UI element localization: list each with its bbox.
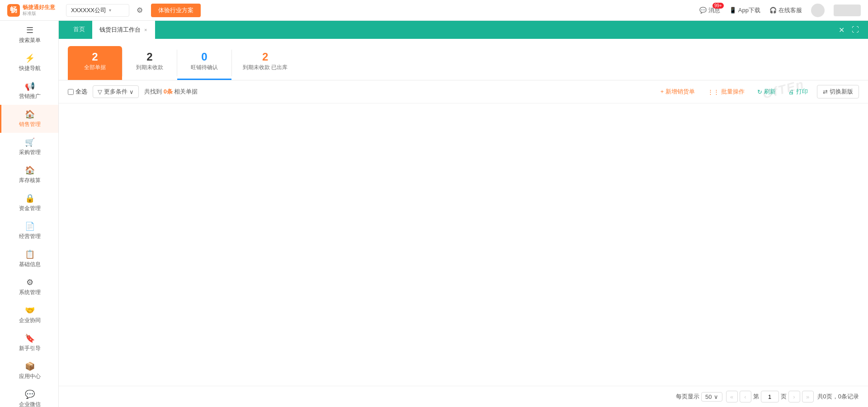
settings-icon[interactable]: ⚙ [133, 4, 146, 17]
page-size-value: 50 [705, 393, 712, 400]
sidebar-item-enterprise-wechat[interactable]: 💬 企业微信 [0, 385, 58, 407]
purchase-icon: 🛒 [25, 137, 35, 147]
stat-overdue-unpaid[interactable]: 2 到期未收款 [123, 46, 177, 80]
print-button[interactable]: 🖨 打印 [785, 86, 811, 98]
select-all-text: 全选 [75, 88, 87, 96]
main-content: 首页 钱货日清工作台 × ✕ ⛶ 2 全部单据 2 [59, 21, 868, 407]
select-all-checkbox[interactable] [68, 89, 74, 95]
tab-bar: 首页 钱货日清工作台 × ✕ ⛶ [59, 21, 868, 39]
app-body: ☰ 搜索菜单 ⚡ 快捷导航 📢 营销推广 🏠 销售管理 🛒 采购管理 🏠 库存核… [0, 21, 868, 407]
tab-home-label: 首页 [73, 25, 85, 33]
company-selector[interactable]: XXXXXX公司 ▾ [66, 4, 129, 17]
stat-overdue-unshipped[interactable]: 2 到期未收款 已出库 [232, 46, 298, 80]
sidebar-item-basic-info[interactable]: 📋 基础信息 [0, 245, 58, 273]
total-records: 共0页，0条记录 [817, 393, 859, 401]
tab-restore-icon[interactable]: ✕ [837, 24, 846, 36]
first-page-button[interactable]: « [726, 391, 738, 402]
print-text: 打印 [796, 88, 808, 96]
prev-page-button[interactable]: ‹ [740, 391, 751, 402]
enterprise-coop-icon: 🤝 [25, 305, 35, 315]
app-download-icon: 📱 [729, 7, 736, 14]
stat-overdue-unshipped-label: 到期未收款 已出库 [243, 64, 288, 75]
pagination-bar: 每页显示 50 ∨ « ‹ 第 页 › » 共0页，0条记录 [59, 386, 868, 407]
app-download-action[interactable]: 📱 App下载 [729, 6, 760, 14]
sidebar-item-finance[interactable]: 🔒 资金管理 [0, 189, 58, 217]
stat-all[interactable]: 2 全部单据 [68, 46, 122, 80]
headset-icon: 🎧 [769, 7, 777, 14]
sidebar: ☰ 搜索菜单 ⚡ 快捷导航 📢 营销推广 🏠 销售管理 🛒 采购管理 🏠 库存核… [0, 21, 59, 407]
sidebar-item-marketing[interactable]: 📢 营销推广 [0, 77, 58, 105]
tab-home[interactable]: 首页 [66, 21, 92, 39]
sidebar-label-sales: 销售管理 [19, 121, 41, 128]
stat-all-label: 全部单据 [79, 64, 111, 75]
finance-icon: 🔒 [25, 193, 35, 203]
sidebar-label-enterprise-wechat: 企业微信 [19, 401, 41, 407]
page-size-chevron: ∨ [714, 393, 718, 400]
page-size-dropdown[interactable]: 50 ∨ [701, 392, 722, 402]
last-page-button[interactable]: » [802, 391, 814, 402]
sidebar-item-enterprise-coop[interactable]: 🤝 企业协同 [0, 301, 58, 329]
page-label: 第 [753, 393, 759, 401]
more-filters-button[interactable]: ▽ 更多条件 ∨ [93, 85, 139, 98]
stat-wangpu-confirm[interactable]: 0 旺铺待确认 [177, 46, 231, 80]
avatar[interactable] [811, 4, 825, 17]
marketing-icon: 📢 [25, 81, 35, 91]
messages-action[interactable]: 💬 消息 99+ [699, 6, 720, 14]
logo-subtitle: 标准版 [23, 11, 55, 16]
refresh-text: 刷新 [764, 88, 776, 96]
online-service-action[interactable]: 🎧 在线客服 [769, 6, 802, 14]
add-sale-button[interactable]: + 新增销货单 [657, 86, 698, 98]
sidebar-item-quick-nav[interactable]: ⚡ 快捷导航 [0, 49, 58, 77]
table-area [59, 103, 868, 386]
more-filters-text: 更多条件 [104, 88, 127, 96]
tab-workbench[interactable]: 钱货日清工作台 × [92, 21, 155, 39]
batch-ops-icon: ⋮⋮ [708, 89, 719, 95]
messages-badge: 99+ [712, 3, 724, 9]
logo-title: 畅捷通好生意 [23, 4, 55, 10]
switch-version-text: 切换新版 [830, 88, 853, 96]
stat-wangpu-confirm-label: 旺铺待确认 [188, 64, 221, 75]
sales-icon: 🏠 [25, 109, 35, 119]
guide-icon: 🔖 [25, 333, 35, 343]
system-icon: ⚙ [26, 277, 33, 287]
sidebar-item-search-menu[interactable]: ☰ 搜索菜单 [0, 21, 58, 49]
refresh-button[interactable]: ↻ 刷新 [754, 86, 779, 98]
sidebar-item-purchase[interactable]: 🛒 采购管理 [0, 133, 58, 161]
content-area: 2 全部单据 2 到期未收款 0 旺铺待确认 2 到期未收款 已出库 [59, 39, 868, 407]
stat-overdue-unpaid-label: 到期未收款 [133, 64, 166, 75]
sidebar-item-inventory[interactable]: 🏠 库存核算 [0, 161, 58, 189]
tab-close-icon[interactable]: × [143, 26, 148, 33]
sidebar-label-app-center: 应用中心 [19, 373, 41, 380]
sidebar-label-marketing: 营销推广 [19, 93, 41, 100]
stat-all-number: 2 [79, 50, 111, 64]
sidebar-label-inventory: 库存核算 [19, 177, 41, 184]
basic-info-icon: 📋 [25, 249, 35, 259]
sidebar-label-search-menu: 搜索菜单 [19, 37, 41, 44]
select-all-label[interactable]: 全选 [68, 88, 87, 96]
chevron-down-icon: ▾ [109, 8, 111, 13]
sidebar-item-app-center[interactable]: 📦 应用中心 [0, 357, 58, 385]
stat-overdue-unpaid-number: 2 [133, 50, 166, 64]
toolbar: 全选 ▽ 更多条件 ∨ 共找到 0条 相关单据 + 新增销货单 ⋮⋮ 批量操作 [59, 80, 868, 103]
next-page-button[interactable]: › [788, 391, 800, 402]
tab-fullscreen-icon[interactable]: ⛶ [850, 24, 861, 36]
experience-button[interactable]: 体验行业方案 [151, 4, 201, 17]
stats-bar: 2 全部单据 2 到期未收款 0 旺铺待确认 2 到期未收款 已出库 [59, 39, 868, 80]
sidebar-label-operations: 经营管理 [19, 233, 41, 240]
app-center-icon: 📦 [25, 361, 35, 371]
sidebar-item-operations[interactable]: 📄 经营管理 [0, 217, 58, 245]
user-name-placeholder[interactable] [834, 5, 861, 16]
sidebar-item-system[interactable]: ⚙ 系统管理 [0, 273, 58, 301]
batch-ops-button[interactable]: ⋮⋮ 批量操作 [704, 86, 748, 98]
search-menu-icon: ☰ [26, 25, 33, 35]
sidebar-item-guide[interactable]: 🔖 新手引导 [0, 329, 58, 357]
sidebar-label-basic-info: 基础信息 [19, 261, 41, 268]
page-number-input[interactable] [761, 391, 779, 402]
sidebar-item-sales[interactable]: 🏠 销售管理 [0, 105, 58, 133]
sidebar-label-enterprise-coop: 企业协同 [19, 317, 41, 324]
operations-icon: 📄 [25, 221, 35, 231]
found-text: 共找到 0条 相关单据 [144, 88, 198, 96]
per-page-label: 每页显示 [676, 393, 699, 401]
switch-version-button[interactable]: ⇄ 切换新版 [817, 85, 859, 98]
sidebar-label-system: 系统管理 [19, 289, 41, 296]
